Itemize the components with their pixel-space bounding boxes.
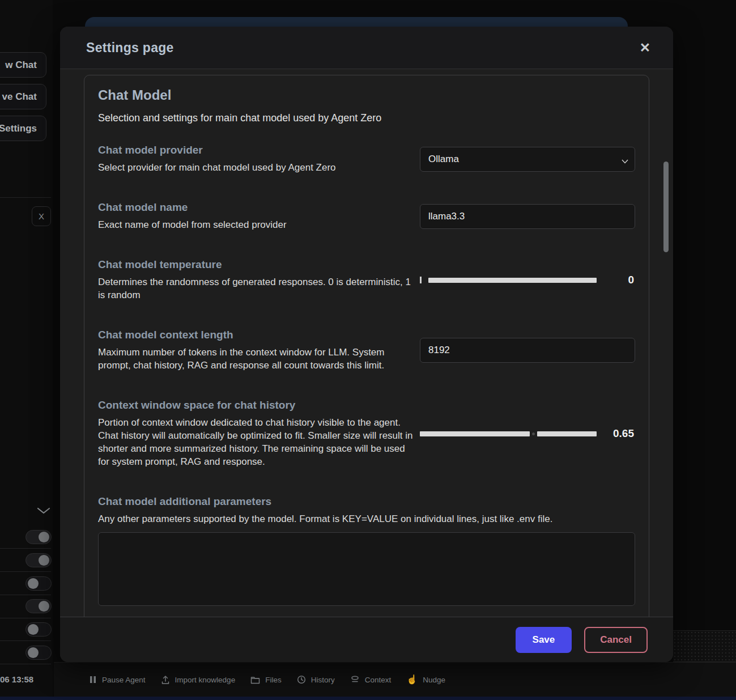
field-text: Chat model context length Maximum number… [98, 329, 419, 372]
field-text: Chat model temperature Determines the ra… [98, 258, 419, 302]
chevron-down-icon[interactable] [36, 506, 51, 517]
toolbar-label: Nudge [423, 676, 445, 684]
chat-model-section: Chat Model Selection and settings for ma… [84, 75, 649, 617]
modal-scrollbar-thumb[interactable] [663, 162, 669, 252]
toolbar-label: History [311, 676, 335, 684]
bottom-toolbar: Pause Agent Import knowledge Files [54, 662, 736, 697]
sidebar-timestamp: 06 13:58 [0, 674, 33, 684]
field-chat-model-name: Chat model name Exact name of model from… [98, 201, 635, 231]
field-control [420, 338, 635, 363]
page-title: Settings page [86, 40, 174, 56]
toggle-knob [28, 647, 39, 658]
context-button[interactable]: Context [350, 675, 392, 684]
close-icon[interactable]: ✕ [640, 40, 650, 56]
field-description: Exact name of model from selected provid… [98, 218, 419, 231]
context-window-space-value: 0.65 [613, 427, 635, 440]
toggle-knob [39, 532, 49, 542]
nudge-button[interactable]: ☝ Nudge [406, 675, 445, 684]
toggle-knob [39, 601, 49, 612]
field-label: Chat model context length [98, 329, 419, 341]
field-control: Ollama [420, 147, 635, 172]
field-text: Chat model name Exact name of model from… [98, 201, 419, 231]
sidebar-toggle-5[interactable] [25, 622, 52, 637]
chat-input-texture [673, 630, 736, 662]
sidebar-toggle-6[interactable] [25, 646, 52, 660]
sidebar-divider [0, 197, 51, 198]
sidebar-new-chat-button[interactable]: w Chat [0, 52, 46, 78]
toggle-knob [28, 578, 39, 589]
pause-icon [90, 676, 97, 684]
slider-thumb[interactable] [532, 432, 535, 435]
field-text: Chat model provider Select provider for … [98, 144, 419, 174]
field-chat-model-temperature: Chat model temperature Determines the ra… [98, 258, 635, 302]
context-icon [350, 675, 360, 684]
field-label: Context window space for chat history [98, 399, 419, 411]
clock-icon [297, 675, 306, 684]
bottom-accent-strip [0, 697, 736, 700]
chat-message-bubble [85, 17, 628, 27]
field-description: Select provider for main chat model used… [98, 161, 419, 174]
field-label: Chat model temperature [98, 258, 419, 271]
toolbar-label: Context [365, 676, 392, 684]
field-control: 0.65 [420, 427, 635, 440]
save-button[interactable]: Save [516, 627, 572, 653]
files-button[interactable]: Files [250, 676, 282, 684]
sidebar-toggle-2[interactable] [25, 553, 52, 567]
field-description: Portion of context window dedicated to c… [98, 416, 419, 468]
app-screen: w Chat ve Chat Settings X 06 13:58 [0, 0, 736, 700]
pause-agent-button[interactable]: Pause Agent [90, 676, 146, 684]
field-label: Chat model provider [98, 144, 419, 156]
sidebar-toggle-4[interactable] [25, 599, 52, 613]
section-subtitle: Selection and settings for main chat mod… [98, 111, 635, 125]
slider-track [428, 278, 597, 283]
field-text: Chat model additional parameters Any oth… [98, 495, 635, 525]
chat-model-provider-select[interactable]: Ollama [420, 147, 635, 172]
field-label: Chat model additional parameters [98, 495, 635, 508]
toolbar-label: Import knowledge [175, 676, 236, 684]
toggle-knob [39, 555, 49, 566]
sidebar-divider [0, 664, 51, 664]
import-knowledge-button[interactable]: Import knowledge [161, 675, 236, 685]
sidebar-divider [0, 595, 51, 595]
sidebar-toggle-3[interactable] [25, 576, 52, 591]
sidebar-divider [0, 640, 51, 641]
additional-parameters-textarea[interactable] [98, 532, 635, 606]
settings-modal-header: Settings page ✕ [60, 27, 673, 69]
chat-model-temperature-slider[interactable] [420, 276, 597, 284]
slider-track [537, 431, 597, 436]
sidebar-settings-button[interactable]: Settings [0, 116, 46, 141]
field-additional-parameters: Chat model additional parameters Any oth… [98, 495, 635, 608]
toolbar-label: Files [265, 676, 282, 684]
sidebar-divider [0, 548, 51, 549]
toolbar-label: Pause Agent [102, 676, 146, 684]
nudge-icon: ☝ [406, 675, 418, 684]
toggle-knob [28, 624, 39, 635]
field-description: Maximum number of tokens in the context … [98, 346, 419, 372]
section-heading: Chat Model [98, 87, 635, 104]
context-length-input[interactable] [420, 338, 635, 363]
settings-modal-content: Chat Model Selection and settings for ma… [60, 69, 673, 617]
sidebar-save-chat-button[interactable]: ve Chat [0, 84, 46, 109]
slider-thumb[interactable] [420, 277, 422, 283]
sidebar-close-button[interactable]: X [32, 206, 51, 226]
field-control: 0 [420, 274, 635, 286]
field-chat-model-context-length: Chat model context length Maximum number… [98, 329, 635, 372]
field-text: Context window space for chat history Po… [98, 399, 419, 468]
upload-icon [161, 675, 170, 685]
context-window-space-slider[interactable] [420, 430, 597, 438]
field-description: Any other parameters supported by the mo… [98, 512, 635, 525]
chat-model-name-input[interactable] [420, 204, 635, 229]
field-label: Chat model name [98, 201, 419, 214]
field-chat-model-provider: Chat model provider Select provider for … [98, 144, 635, 174]
settings-modal-footer: Save Cancel [60, 617, 673, 662]
slider-track-filled [420, 431, 530, 436]
sidebar-toggle-1[interactable] [25, 530, 52, 544]
sidebar-divider [0, 571, 51, 572]
field-description: Determines the randomness of generated r… [98, 275, 419, 302]
sidebar: w Chat ve Chat Settings X 06 13:58 [0, 0, 53, 700]
settings-modal: Settings page ✕ Chat Model Selection and… [60, 27, 673, 662]
sidebar-divider [0, 618, 51, 618]
history-button[interactable]: History [297, 675, 335, 684]
folder-icon [250, 676, 260, 684]
cancel-button[interactable]: Cancel [584, 627, 648, 653]
